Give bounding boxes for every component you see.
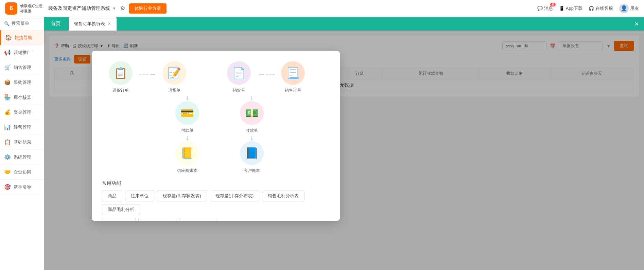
flow-node-customer-account[interactable]: 📘 客户账本: [240, 141, 264, 174]
modal-overlay[interactable]: 📋 进货订单 - - - → 📝 进货单: [44, 31, 644, 270]
top-bar: 6 畅康通好生意 标准版 装备及固定资产辅助管理系统 ▼ ⚙ 体验行业方案 💬 …: [0, 0, 644, 17]
tab-bar: 首页 销售订单执行表 ✕ ✕: [44, 17, 644, 31]
sidebar-icon-base-info: 📋: [4, 139, 11, 145]
func-btn-stock-status[interactable]: 现存量(库存状况表): [157, 191, 207, 201]
sidebar-icon-sales-mgmt: 🛒: [4, 64, 11, 71]
supplier-account-icon: 📒: [175, 141, 199, 165]
search-menu[interactable]: 🔍 搜索菜单: [0, 17, 44, 30]
sidebar-icon-operations: 📊: [4, 124, 11, 130]
func-btns-row1: 商品 往来单位 现存量(库存状况表) 现存量(库存分布表) 销售毛利分析表 商品…: [102, 191, 330, 215]
sidebar-item-sales-mgmt[interactable]: 🛒 销售管理: [0, 60, 44, 75]
sidebar-item-purchase-mgmt[interactable]: 📦 采购管理: [0, 75, 44, 90]
sidebar-icon-marketing: 📢: [4, 49, 11, 56]
tab-close-icon[interactable]: ✕: [108, 21, 111, 26]
tab-close-all-icon[interactable]: ✕: [629, 21, 644, 27]
sales-bill-label: 销货单: [233, 88, 245, 93]
supplier-account-label: 供应商账本: [177, 168, 197, 174]
sidebar-item-operations[interactable]: 📊 经营管理: [0, 120, 44, 135]
func-btn-stock-dist[interactable]: 现存量(库存分布表): [210, 191, 260, 201]
search-icon: 🔍: [4, 21, 10, 26]
logo-area: 6 畅康通好生意 标准版: [5, 2, 44, 15]
service-icon: 🎧: [589, 6, 594, 11]
func-btn-product-margin[interactable]: 商品毛利分析: [102, 204, 140, 215]
sidebar-icon-inventory: 🏪: [4, 94, 11, 101]
receipt-label: 收款单: [246, 128, 258, 133]
arrow-down-1-spacer: [102, 94, 169, 101]
func-btn-receipt-stat[interactable]: 收款情况统计: [138, 218, 176, 221]
func-btn-sales-margin[interactable]: 销售毛利分析表: [262, 191, 304, 201]
sidebar-item-sys-mgmt[interactable]: ⚙️ 系统管理: [0, 150, 44, 165]
gear-icon[interactable]: ⚙: [120, 5, 125, 12]
system-title: 装备及固定资产辅助管理系统 ▼: [48, 5, 116, 12]
purchase-order-icon: 📋: [109, 61, 133, 85]
flow-node-supplier-account[interactable]: 📒 供应商账本: [175, 141, 199, 174]
modal-dialog: 📋 进货订单 - - - → 📝 进货单: [92, 51, 340, 221]
tab-home[interactable]: 首页: [44, 17, 67, 31]
message-icon: 💬: [537, 6, 543, 11]
sidebar-icon-finance: 💰: [4, 109, 11, 115]
purchase-order-label: 进货订单: [112, 88, 129, 93]
download-icon: 📱: [559, 6, 564, 11]
func-btn-contact[interactable]: 往来单位: [125, 191, 154, 201]
flow-node-sales-order[interactable]: 📃 销售订单: [281, 61, 305, 93]
sidebar-item-enterprise[interactable]: 🤝 企业协同: [0, 165, 44, 180]
sidebar-icon-enterprise: 🤝: [4, 169, 11, 175]
user-area[interactable]: 👤 用友: [619, 4, 639, 13]
purchase-bill-label: 进货单: [168, 88, 180, 93]
sidebar-item-newbie[interactable]: 🎯 新手引导: [0, 180, 44, 195]
arrow-down-sales: ↓: [250, 94, 254, 101]
message-badge: 6: [550, 3, 556, 6]
arrow-down-receipt: ↓: [250, 134, 254, 141]
sidebar-item-finance[interactable]: 💰 资金管理: [0, 105, 44, 120]
sales-bill-icon: 📄: [227, 61, 251, 85]
logo-text: 畅康通好生意 标准版: [20, 3, 42, 13]
top-right-area: 💬 消息 6 📱 App下载 🎧 在线客服 👤 用友: [537, 4, 639, 13]
sidebar: 🔍 搜索菜单 🏠 快捷导航 📢 营销推广 🛒 销售管理 📦 采购管理 🏪: [0, 17, 44, 270]
app-download-button[interactable]: 📱 App下载: [559, 5, 582, 12]
sidebar-item-inventory[interactable]: 🏪 库存核算: [0, 90, 44, 105]
logo-icon: 6: [5, 2, 17, 15]
flow-node-purchase-order[interactable]: 📋 进货订单: [109, 61, 133, 93]
sidebar-item-base-info[interactable]: 📋 基础信息: [0, 135, 44, 150]
arrow-right-1: - - - →: [139, 70, 156, 79]
flow-node-payment[interactable]: 💳 付款单: [175, 101, 199, 133]
sidebar-item-marketing[interactable]: 📢 营销推广: [0, 45, 44, 60]
arrow-down-payment: ↓: [186, 134, 189, 141]
sidebar-icon-quick-nav: 🏠: [5, 34, 12, 41]
sidebar-icon-sys-mgmt: ⚙️: [4, 154, 11, 160]
purchase-bill-icon: 📝: [162, 61, 186, 85]
customer-account-icon: 📘: [240, 141, 264, 165]
func-btn-sales-rank[interactable]: 销售排行榜: [102, 218, 136, 221]
online-service-button[interactable]: 🎧 在线客服: [589, 5, 613, 12]
sidebar-item-quick-nav[interactable]: 🏠 快捷导航: [0, 30, 44, 45]
common-funcs: 常用功能 商品 往来单位 现存量(库存状况表) 现存量(库存分布表) 销售毛利分…: [102, 180, 330, 221]
flow-node-purchase-bill[interactable]: 📝 进货单: [162, 61, 186, 93]
sidebar-icon-newbie: 🎯: [4, 184, 11, 190]
message-button[interactable]: 💬 消息 6: [537, 5, 553, 12]
tab-sales-order[interactable]: 销售订单执行表 ✕: [69, 17, 117, 31]
func-btn-payment-stat[interactable]: 付款情况统计: [179, 218, 217, 221]
content-area: 首页 销售订单执行表 ✕ ✕ ❓ 帮助: [44, 17, 644, 270]
avatar: 👤: [619, 4, 629, 13]
receipt-icon: 💵: [240, 101, 264, 125]
payment-icon: 💳: [175, 101, 199, 125]
common-funcs-title: 常用功能: [102, 180, 330, 186]
func-btns-row2: 销售排行榜 收款情况统计 付款情况统计: [102, 218, 330, 221]
tab-content: ❓ 帮助 🖨 按模板打印 ▼ ⬆ 导出 🔄: [44, 31, 644, 270]
arrow-down-purchase: ↓: [186, 94, 189, 101]
sales-order-icon: 📃: [281, 61, 305, 85]
sales-order-label: 销售订单: [285, 88, 301, 93]
flow-node-sales-bill[interactable]: 📄 销货单: [227, 61, 251, 93]
arrow-left-1: ← - - -: [258, 70, 274, 79]
payment-label: 付款单: [181, 128, 193, 133]
flow-node-receipt[interactable]: 💵 收款单: [240, 101, 264, 133]
title-dropdown-icon[interactable]: ▼: [112, 6, 116, 11]
experience-button[interactable]: 体验行业方案: [129, 3, 167, 14]
customer-account-label: 客户账本: [244, 168, 260, 174]
func-btn-product[interactable]: 商品: [102, 191, 122, 201]
sidebar-icon-purchase-mgmt: 📦: [4, 79, 11, 86]
